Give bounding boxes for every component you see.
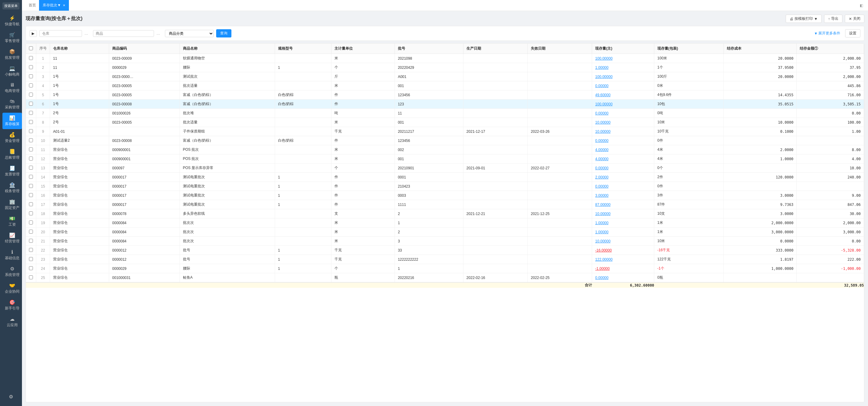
sidebar-item-17[interactable]: 🎯新手引导	[2, 297, 22, 313]
row-checkbox[interactable]	[26, 228, 36, 237]
row-qty-main[interactable]: 1.00000	[592, 63, 654, 72]
row-qty-main[interactable]: 0.00000	[592, 273, 654, 283]
row-qty-main[interactable]: 10.00000	[592, 209, 654, 218]
row-checkbox[interactable]	[26, 63, 36, 72]
sidebar-item-6[interactable]: 📊库存核算	[2, 113, 22, 129]
close-tab-icon[interactable]: ✕	[63, 4, 65, 7]
row-batch: 2	[395, 228, 463, 237]
row-qty-main[interactable]: 4.00000	[592, 155, 654, 164]
sidebar-item-9[interactable]: 🧾发票管理	[2, 163, 22, 179]
warehouse-filter-input[interactable]	[39, 30, 82, 37]
filter-settings-btn[interactable]: 设置	[845, 29, 860, 37]
sidebar-settings[interactable]: ⚙	[0, 392, 22, 403]
row-unit: 个	[332, 63, 395, 72]
row-checkbox[interactable]	[26, 164, 36, 173]
print-button[interactable]: 🖨 按模板打印 ▼	[786, 14, 822, 23]
row-checkbox[interactable]	[26, 54, 36, 63]
row-checkbox[interactable]	[26, 237, 36, 246]
row-checkbox[interactable]	[26, 109, 36, 118]
sidebar-item-5[interactable]: 🛍采购管理	[2, 96, 22, 112]
row-qty-main[interactable]: 100.00000	[592, 100, 654, 109]
row-checkbox[interactable]	[26, 255, 36, 264]
row-qty-main[interactable]: 0.00000	[592, 136, 654, 145]
row-checkbox[interactable]	[26, 200, 36, 209]
sidebar-item-8[interactable]: 📒总账管理	[2, 146, 22, 163]
row-qty-main[interactable]: 0.00000	[592, 109, 654, 118]
row-qty-main[interactable]: 1.00000	[592, 218, 654, 228]
filter-collapse-btn[interactable]: ▶	[30, 30, 37, 37]
row-prod-date	[463, 218, 527, 228]
row-qty-main[interactable]: 87.00000	[592, 200, 654, 209]
sidebar-item-16[interactable]: 🤝企业协同	[2, 280, 22, 297]
row-checkbox[interactable]	[26, 155, 36, 164]
goods-ellipsis[interactable]: …	[156, 31, 160, 36]
toggle-nav-icon[interactable]: ◧	[858, 2, 864, 8]
row-qty-main[interactable]: 10.00000	[592, 127, 654, 136]
home-tab[interactable]: 首页	[26, 0, 39, 11]
export-button[interactable]: ↑ 导出	[824, 14, 842, 23]
search-button[interactable]: 查询	[216, 29, 231, 37]
row-checkbox[interactable]	[26, 145, 36, 155]
category-filter-select[interactable]: 商品分类	[165, 30, 214, 37]
row-checkbox[interactable]	[26, 246, 36, 255]
row-checkbox[interactable]	[26, 100, 36, 109]
row-unit-cost: 1.0000	[724, 155, 797, 164]
sidebar-item-1[interactable]: 🛒零售管理	[2, 30, 22, 46]
sidebar-item-12[interactable]: 💵工资	[2, 213, 22, 230]
expand-filter-btn[interactable]: ▼ 展开更多条件	[814, 31, 840, 36]
sidebar-item-7[interactable]: 💰资金管理	[2, 130, 22, 146]
sidebar-item-11[interactable]: 🏢固定资产	[2, 197, 22, 213]
row-checkbox[interactable]	[26, 209, 36, 218]
row-qty-main[interactable]: 0.00000	[592, 164, 654, 173]
select-all-checkbox[interactable]	[29, 46, 33, 50]
row-total-cost: 4.00	[797, 155, 864, 164]
row-checkbox[interactable]	[26, 72, 36, 81]
row-qty-main[interactable]: -1.00000	[592, 264, 654, 273]
row-qty-main[interactable]: 49.60000	[592, 91, 654, 100]
row-checkbox[interactable]	[26, 91, 36, 100]
sidebar-item-0[interactable]: ⚡快捷导航	[2, 13, 22, 29]
row-checkbox[interactable]	[26, 264, 36, 273]
sidebar-logo[interactable]: 搜索菜单	[2, 2, 20, 9]
row-goods-name: 鲑鱼A	[180, 273, 275, 283]
row-checkbox[interactable]	[26, 173, 36, 182]
row-qty-main[interactable]: 100.00000	[592, 54, 654, 63]
close-button[interactable]: ✕ 关闭	[845, 14, 864, 23]
row-qty-main[interactable]: -16.00000	[592, 246, 654, 255]
row-checkbox[interactable]	[26, 81, 36, 91]
row-checkbox[interactable]	[26, 191, 36, 200]
row-checkbox[interactable]	[26, 118, 36, 127]
sidebar-item-4[interactable]: 🖥电商管理	[2, 80, 22, 96]
row-qty-main[interactable]: 100.00000	[592, 72, 654, 81]
sidebar-item-2[interactable]: 📦批发管理	[2, 46, 22, 63]
batch-tab[interactable]: 库存批次▼ ✕	[39, 0, 69, 11]
row-checkbox[interactable]	[26, 218, 36, 228]
row-checkbox[interactable]	[26, 127, 36, 136]
sidebar: 搜索菜单 ⚡快捷导航🛒零售管理📦批发管理💻小触电商🖥电商管理🛍采购管理📊库存核算…	[0, 0, 22, 406]
sidebar-item-3[interactable]: 💻小触电商	[2, 63, 22, 79]
row-warehouse: 营业综仓	[50, 273, 109, 283]
row-checkbox[interactable]	[26, 273, 36, 283]
goods-filter-input[interactable]	[93, 30, 154, 37]
sidebar-item-15[interactable]: ⚙系统管理	[2, 264, 22, 280]
sidebar-item-10[interactable]: 🏦税务管理	[2, 180, 22, 196]
row-qty-main[interactable]: 3.00000	[592, 191, 654, 200]
row-checkbox[interactable]	[26, 136, 36, 145]
row-qty-main[interactable]: 122.00000	[592, 255, 654, 264]
row-qty-main[interactable]: 0.00000	[592, 81, 654, 91]
row-unit-cost	[724, 136, 797, 145]
row-qty-main[interactable]: 4.00000	[592, 145, 654, 155]
warehouse-ellipsis[interactable]: …	[85, 31, 88, 36]
row-qty-main[interactable]: 10.00000	[592, 118, 654, 127]
row-qty-main[interactable]: 10.00000	[592, 237, 654, 246]
row-qty-main[interactable]: 1.00000	[592, 228, 654, 237]
sidebar-item-18[interactable]: ☁云应用	[2, 314, 22, 330]
sidebar-item-14[interactable]: ℹ基础信息	[2, 247, 22, 263]
row-warehouse: 营业综仓	[50, 182, 109, 191]
row-checkbox[interactable]	[26, 182, 36, 191]
row-unit-cost: 20.0000	[724, 54, 797, 63]
row-qty-main[interactable]: 0.00000	[592, 182, 654, 191]
sidebar-item-13[interactable]: 📈经营管理	[2, 230, 22, 246]
checkbox-header[interactable]	[26, 43, 36, 54]
row-qty-main[interactable]: 2.00000	[592, 173, 654, 182]
